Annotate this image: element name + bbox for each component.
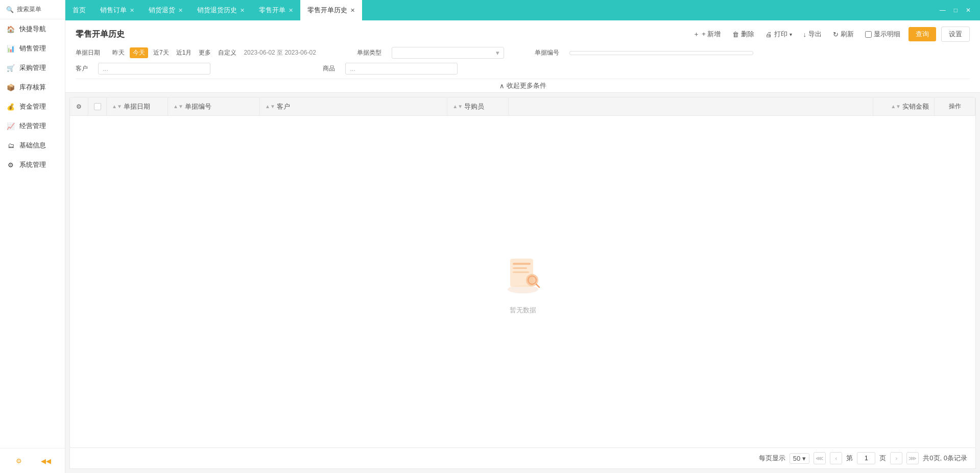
tab-label-sales-return-hist: 销货退货历史 xyxy=(197,6,237,15)
date-btn-1month[interactable]: 近1月 xyxy=(174,48,194,58)
delete-button[interactable]: 🗑 删除 xyxy=(729,28,757,41)
show-detail-button[interactable]: 显示明细 xyxy=(862,28,903,41)
purchase-mgmt-icon: 🛒 xyxy=(6,63,15,72)
window-close[interactable]: ✕ xyxy=(963,5,974,16)
sidebar-item-label: 采购管理 xyxy=(19,63,46,72)
sidebar-item-basic-info[interactable]: 🗂基础信息 xyxy=(0,136,65,155)
refresh-label: 刷新 xyxy=(841,30,854,39)
collapse-bar[interactable]: ∧ 收起更多条件 xyxy=(76,79,970,92)
window-controls: — □ ✕ xyxy=(937,5,980,16)
tab-label-sales-return: 销货退货 xyxy=(149,6,175,15)
refresh-button[interactable]: ↻ 刷新 xyxy=(830,28,857,41)
sidebar-item-finance-mgmt[interactable]: 💰资金管理 xyxy=(0,97,65,116)
sidebar-search[interactable]: 🔍 搜索菜单 xyxy=(0,0,65,19)
add-label: + 新增 xyxy=(702,30,721,39)
page-label-pre: 第 xyxy=(846,454,853,463)
basic-info-icon: 🗂 xyxy=(6,141,15,150)
page-header: 零售开单历史 ＋ + 新增 🗑 删除 🖨 打印 ▾ xyxy=(65,20,980,93)
tab-retail-open-hist[interactable]: 零售开单历史✕ xyxy=(300,0,362,20)
export-button[interactable]: ↓ 导出 xyxy=(800,28,825,41)
sidebar-search-label: 搜索菜单 xyxy=(17,5,41,14)
date-btn-7days[interactable]: 近7天 xyxy=(151,48,171,58)
settings-button[interactable]: 设置 xyxy=(941,27,970,42)
sort-icon-date[interactable]: ▲▼ xyxy=(112,105,122,109)
pagination: 每页显示 50 ▾ ⋘ ‹ 第 页 › ⋙ 共0页, 0条记录 xyxy=(69,448,976,469)
bill-type-select[interactable]: ▾ xyxy=(392,47,504,59)
tab-close-retail-open[interactable]: ✕ xyxy=(289,8,293,13)
sort-icon-amount[interactable]: ▲▼ xyxy=(891,105,901,109)
total-text: 共0页, 0条记录 xyxy=(923,454,967,463)
first-page-btn[interactable]: ⋘ xyxy=(814,452,826,464)
table-body: 暂无数据 xyxy=(70,116,975,447)
print-button[interactable]: 🖨 打印 ▾ xyxy=(762,28,795,41)
add-button[interactable]: ＋ + 新增 xyxy=(690,28,724,41)
tab-close-retail-open-hist[interactable]: ✕ xyxy=(350,8,355,13)
th-bill-no: ▲▼ 单据编号 xyxy=(168,97,260,115)
window-maximize[interactable]: □ xyxy=(951,5,961,16)
goods-input[interactable]: ... xyxy=(345,63,458,74)
th-settings[interactable]: ⚙ xyxy=(70,97,88,115)
table-header: ⚙ ▲▼ 单据日期 ▲▼ 单据编号 ▲▼ 客户 ▲▼ 导购员 xyxy=(70,97,975,116)
svg-rect-2 xyxy=(513,263,531,265)
tab-label-retail-open: 零售开单 xyxy=(259,6,285,15)
sort-icon-customer[interactable]: ▲▼ xyxy=(265,105,275,109)
finance-mgmt-icon: 💰 xyxy=(6,102,15,111)
sidebar-item-label: 系统管理 xyxy=(19,160,46,169)
query-button[interactable]: 查询 xyxy=(909,27,936,41)
sys-mgmt-icon: ⚙ xyxy=(6,160,15,169)
date-btn-more[interactable]: 更多 xyxy=(197,48,213,58)
date-range-display: 2023-06-02 至 2023-06-02 xyxy=(244,48,316,57)
show-detail-label: 显示明细 xyxy=(874,30,900,39)
sidebar-item-purchase-mgmt[interactable]: 🛒采购管理 xyxy=(0,58,65,78)
sidebar-item-sys-mgmt[interactable]: ⚙系统管理 xyxy=(0,155,65,175)
tab-close-sales-order[interactable]: ✕ xyxy=(130,8,134,13)
show-detail-checkbox[interactable] xyxy=(865,31,872,38)
tab-home[interactable]: 首页 xyxy=(65,0,93,20)
tab-sales-return-hist[interactable]: 销货退货历史✕ xyxy=(190,0,252,20)
sidebar-collapse-btn[interactable]: ◀◀ xyxy=(39,454,53,468)
th-spacer xyxy=(509,97,873,115)
date-btn-today[interactable]: 今天 xyxy=(130,47,148,58)
th-checkbox[interactable] xyxy=(88,97,107,115)
sidebar-item-sales-mgmt[interactable]: 📊销售管理 xyxy=(0,39,65,58)
collapse-label: 收起更多条件 xyxy=(507,81,546,90)
svg-line-7 xyxy=(536,284,539,287)
customer-input[interactable]: ... xyxy=(98,63,210,74)
tab-label-home: 首页 xyxy=(73,6,86,15)
sort-icon-guide[interactable]: ▲▼ xyxy=(452,105,463,109)
print-icon: 🖨 xyxy=(766,31,772,38)
tab-retail-open[interactable]: 零售开单✕ xyxy=(252,0,300,20)
last-page-btn[interactable]: ⋙ xyxy=(906,452,919,464)
tab-close-sales-return-hist[interactable]: ✕ xyxy=(240,8,245,13)
prev-page-btn[interactable]: ‹ xyxy=(830,452,842,464)
tab-sales-return[interactable]: 销货退货✕ xyxy=(141,0,190,20)
date-shortcuts: 昨天 今天 近7天 近1月 更多 自定义 2023-06-02 至 2023-0… xyxy=(110,47,316,58)
sidebar-item-quick-nav[interactable]: 🏠快捷导航 xyxy=(0,19,65,39)
next-page-btn[interactable]: › xyxy=(890,452,902,464)
date-btn-custom[interactable]: 自定义 xyxy=(216,48,238,58)
filter-row-2: 客户 ... 商品 ... xyxy=(76,63,970,74)
sidebar-item-label: 销售管理 xyxy=(19,44,46,53)
tab-close-sales-return[interactable]: ✕ xyxy=(178,8,183,13)
date-label: 单据日期 xyxy=(76,48,100,57)
sidebar-settings-btn[interactable]: ⚙ xyxy=(12,454,26,468)
sidebar-item-inventory[interactable]: 📦库存核算 xyxy=(0,78,65,97)
sidebar-item-label: 经营管理 xyxy=(19,121,46,131)
print-arrow: ▾ xyxy=(790,32,792,37)
sidebar-nav: 🏠快捷导航📊销售管理🛒采购管理📦库存核算💰资金管理📈经营管理🗂基础信息⚙系统管理 xyxy=(0,19,65,448)
print-label: 打印 xyxy=(774,30,787,39)
page-size-select[interactable]: 50 ▾ xyxy=(790,453,809,464)
page-number-input[interactable] xyxy=(857,452,875,464)
date-btn-yesterday[interactable]: 昨天 xyxy=(110,48,127,58)
empty-text: 暂无数据 xyxy=(510,306,536,315)
table-area: ⚙ ▲▼ 单据日期 ▲▼ 单据编号 ▲▼ 客户 ▲▼ 导购员 xyxy=(69,97,976,448)
bill-no-input[interactable] xyxy=(569,51,753,55)
sidebar-item-ops-mgmt[interactable]: 📈经营管理 xyxy=(0,116,65,136)
header-checkbox[interactable] xyxy=(94,103,101,110)
sort-icon-bill-no[interactable]: ▲▼ xyxy=(173,105,183,109)
tab-sales-order[interactable]: 销售订单✕ xyxy=(93,0,141,20)
window-minimize[interactable]: — xyxy=(937,5,949,16)
page-size-value: 50 xyxy=(793,455,800,462)
export-icon: ↓ xyxy=(803,31,807,38)
filter-area: 单据日期 昨天 今天 近7天 近1月 更多 自定义 2023-06-02 至 2… xyxy=(76,47,970,92)
